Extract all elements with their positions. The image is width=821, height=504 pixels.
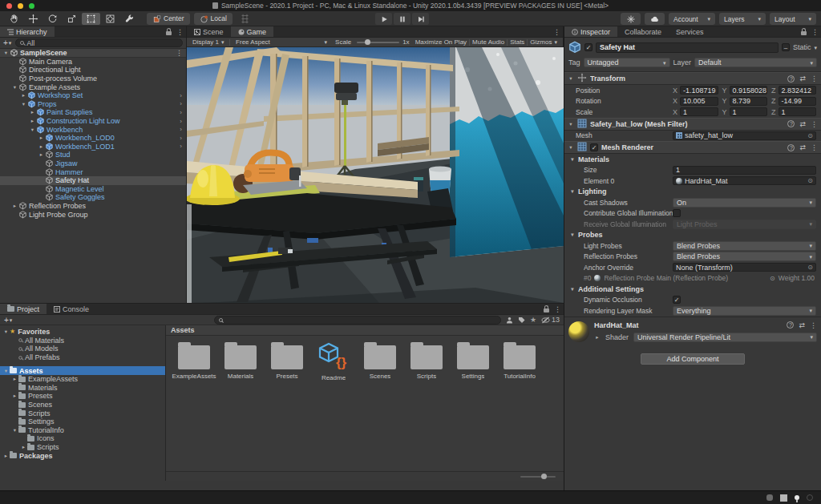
foldout-icon[interactable]: ▾ bbox=[20, 101, 27, 107]
foldout-additional-settings[interactable]: ▾Additional Settings bbox=[564, 284, 821, 295]
status-bulb-icon[interactable] bbox=[795, 495, 799, 500]
hierarchy-item-main-camera[interactable]: Main Camera bbox=[0, 58, 186, 67]
asset-scripts[interactable]: Scripts bbox=[403, 342, 450, 381]
gizmos-button[interactable]: Gizmos▾ bbox=[528, 38, 560, 46]
asset-readme[interactable]: {}Readme bbox=[310, 342, 357, 381]
help-icon[interactable]: ? bbox=[787, 75, 795, 83]
hierarchy-item-paint-supplies[interactable]: ▸Paint Supplies› bbox=[0, 108, 186, 117]
foldout-lighting[interactable]: ▾Lighting bbox=[564, 187, 821, 198]
layers-dropdown[interactable]: Layers▾ bbox=[719, 13, 766, 25]
project-tree-exampleassets[interactable]: ▸ExampleAssets bbox=[0, 375, 165, 384]
component-header-transform[interactable]: ▾Transform?⇄⋮ bbox=[564, 72, 821, 85]
project-tree-favorites[interactable]: ▾★Favorites bbox=[0, 328, 165, 337]
vector-field-x[interactable]: 10.005 bbox=[680, 97, 718, 106]
game-viewport[interactable] bbox=[187, 47, 564, 303]
project-tree-scripts[interactable]: Scripts bbox=[0, 409, 165, 417]
transform-tool-button[interactable] bbox=[101, 13, 119, 25]
maximize-on-play-button[interactable]: Maximize On Play bbox=[413, 38, 469, 46]
thumbnail-size-slider[interactable] bbox=[520, 476, 556, 478]
search-by-label-icon[interactable] bbox=[518, 317, 525, 324]
status-square-icon[interactable] bbox=[780, 494, 787, 502]
component-menu-icon[interactable]: ⋮ bbox=[810, 321, 817, 329]
contribute-global-illumination-checkbox[interactable] bbox=[673, 209, 681, 217]
scale-tool-button[interactable] bbox=[63, 13, 81, 25]
create-asset-button[interactable]: + ▾ bbox=[4, 316, 12, 325]
foldout-icon[interactable]: ▸ bbox=[38, 135, 45, 141]
foldout-icon[interactable]: ▸ bbox=[38, 143, 45, 150]
project-tree-scripts[interactable]: ▸Scripts bbox=[0, 443, 165, 452]
prefab-open-chevron[interactable]: › bbox=[180, 126, 182, 133]
material-foldout-icon[interactable]: ▸ bbox=[594, 334, 601, 341]
layer-dropdown[interactable]: Default▾ bbox=[694, 58, 817, 67]
object-name-field[interactable]: Safety Hat bbox=[596, 42, 779, 53]
value-field[interactable]: 1 bbox=[673, 166, 816, 175]
foldout-icon[interactable]: ▸ bbox=[38, 151, 45, 158]
asset-exampleassets[interactable]: ExampleAssets bbox=[171, 342, 217, 381]
custom-tool-button[interactable] bbox=[120, 13, 139, 25]
foldout-icon[interactable]: ▾ bbox=[2, 50, 10, 56]
static-dropdown-caret[interactable]: ▾ bbox=[814, 45, 817, 50]
move-tool-button[interactable] bbox=[24, 13, 42, 25]
grid-snap-button[interactable] bbox=[236, 13, 254, 25]
asset-tutorialinfo[interactable]: TutorialInfo bbox=[496, 342, 543, 381]
favorites-star-icon[interactable]: ★ bbox=[530, 316, 536, 324]
vector-field-y[interactable]: 1 bbox=[730, 107, 767, 116]
foldout-icon[interactable]: ▾ bbox=[11, 84, 18, 91]
panel-menu-icon[interactable]: ⋮ bbox=[554, 305, 561, 313]
foldout-probes[interactable]: ▾Probes bbox=[564, 230, 821, 241]
presets-icon[interactable]: ⇄ bbox=[799, 120, 806, 128]
account-dropdown[interactable]: Account▾ bbox=[669, 13, 715, 25]
tab-services[interactable]: Services bbox=[669, 26, 711, 37]
step-button[interactable] bbox=[412, 13, 429, 25]
anchor-override-object-field[interactable]: None (Transform)⊙ bbox=[673, 263, 816, 272]
tab-inspector[interactable]: Inspector bbox=[564, 26, 617, 37]
hierarchy-item-jigsaw[interactable]: Jigsaw bbox=[0, 159, 186, 168]
asset-materials[interactable]: Materials bbox=[217, 342, 264, 381]
asset-presets[interactable]: Presets bbox=[264, 342, 310, 381]
panel-menu-icon[interactable]: ⋮ bbox=[811, 28, 819, 36]
vector-field-x[interactable]: -1.108719 bbox=[680, 86, 718, 95]
stats-button[interactable]: Stats bbox=[508, 38, 527, 46]
prefab-open-chevron[interactable]: › bbox=[180, 100, 182, 107]
hierarchy-item-reflection-probes[interactable]: ▸Reflection Probes bbox=[0, 202, 186, 211]
lock-icon[interactable] bbox=[801, 31, 807, 35]
dynamic-occlusion-checkbox[interactable]: ✓ bbox=[673, 296, 681, 304]
tab-scene[interactable]: Scene bbox=[187, 26, 231, 37]
create-object-button[interactable]: + ▾ bbox=[3, 38, 11, 47]
foldout-icon[interactable]: ▾ bbox=[29, 127, 36, 133]
lock-icon[interactable] bbox=[544, 308, 549, 312]
mute-audio-button[interactable]: Mute Audio bbox=[470, 38, 507, 46]
static-checkbox[interactable]: – bbox=[782, 43, 790, 51]
play-button[interactable] bbox=[375, 13, 392, 25]
hierarchy-item-workshop-set[interactable]: ▸Workshop Set› bbox=[0, 91, 186, 100]
panel-menu-icon[interactable]: ⋮ bbox=[176, 28, 184, 36]
assets-breadcrumb[interactable]: Assets bbox=[166, 325, 564, 336]
hierarchy-item-magnetic-level[interactable]: Magnetic Level bbox=[0, 185, 186, 194]
foldout-icon[interactable]: ▸ bbox=[2, 453, 10, 459]
help-icon[interactable]: ? bbox=[787, 120, 795, 127]
center-pivot-button[interactable]: Center bbox=[147, 13, 190, 25]
hierarchy-item-workbench-lod0[interactable]: ▸Workbench_LOD0› bbox=[0, 134, 186, 143]
vector-field-y[interactable]: 0.9158028 bbox=[730, 86, 767, 95]
project-tree-tutorialinfo[interactable]: ▾TutorialInfo bbox=[0, 426, 165, 435]
project-tree-assets[interactable]: ▾Assets bbox=[0, 366, 165, 375]
hierarchy-item-light-probe-group[interactable]: Light Probe Group bbox=[0, 210, 186, 219]
hierarchy-search-input[interactable]: All bbox=[15, 38, 183, 47]
tab-game[interactable]: Game bbox=[231, 26, 274, 37]
component-header-mesh-renderer[interactable]: ▾✓Mesh Renderer?⇄⋮ bbox=[564, 141, 821, 154]
project-tree-all-materials[interactable]: All Materials bbox=[0, 337, 165, 345]
tab-project[interactable]: Project bbox=[0, 304, 47, 314]
project-tree-settings[interactable]: Settings bbox=[0, 417, 165, 426]
scene-menu-icon[interactable]: ⋮ bbox=[176, 49, 183, 57]
presets-icon[interactable]: ⇄ bbox=[799, 321, 805, 329]
object-picker-icon[interactable]: ⊙ bbox=[807, 132, 813, 139]
mesh-object-field[interactable]: safety_hat_low⊙ bbox=[673, 131, 816, 140]
prefab-open-chevron[interactable]: › bbox=[180, 143, 182, 150]
rendering-layer-mask-dropdown[interactable]: Everything▾ bbox=[673, 306, 816, 316]
component-menu-icon[interactable]: ⋮ bbox=[811, 120, 818, 128]
project-tree-all-prefabs[interactable]: All Prefabs bbox=[0, 353, 165, 362]
hierarchy-item-workbench-lod1[interactable]: ▸Workbench_LOD1› bbox=[0, 143, 186, 151]
help-icon[interactable]: ? bbox=[787, 321, 794, 329]
presets-icon[interactable]: ⇄ bbox=[799, 75, 806, 83]
project-tree-packages[interactable]: ▸Packages bbox=[0, 451, 165, 460]
